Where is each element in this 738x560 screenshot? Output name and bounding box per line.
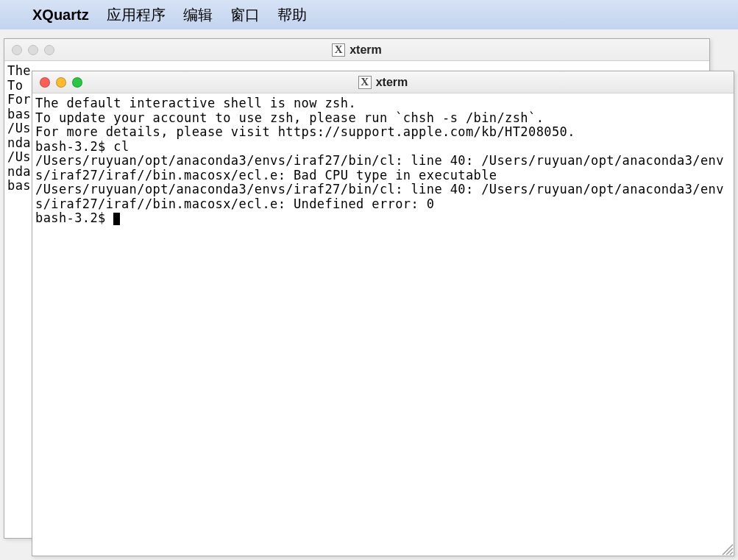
titlebar-back[interactable]: X xterm: [4, 39, 709, 61]
terminal-line: bas: [7, 107, 31, 121]
terminal-line: For: [7, 92, 31, 107]
terminal-line: nda: [7, 135, 31, 150]
terminal-line: For more details, please visit https://s…: [35, 124, 575, 139]
menu-edit[interactable]: 编辑: [183, 5, 213, 25]
menu-window[interactable]: 窗口: [230, 5, 260, 25]
window-title-back: X xterm: [4, 43, 709, 57]
terminal-line: /Us: [7, 149, 31, 164]
window-title-front-text: xterm: [376, 76, 408, 89]
menu-applications[interactable]: 应用程序: [107, 5, 166, 25]
terminal-line: To: [7, 78, 31, 93]
window-title-front: X xterm: [32, 76, 734, 89]
close-button-back[interactable]: [12, 45, 22, 55]
menu-help[interactable]: 帮助: [277, 5, 307, 25]
terminal-line: /Us: [7, 121, 31, 135]
menubar-app-name[interactable]: XQuartz: [32, 7, 89, 24]
terminal-line: /Users/ruyuan/opt/anaconda3/envs/iraf27/…: [35, 153, 724, 182]
minimize-button[interactable]: [56, 77, 66, 88]
terminal-line: nda: [7, 164, 31, 179]
terminal-cursor: [113, 213, 120, 225]
menubar: XQuartz 应用程序 编辑 窗口 帮助: [0, 0, 738, 29]
terminal-line: The default interactive shell is now zsh…: [35, 96, 356, 110]
titlebar-front[interactable]: X xterm: [32, 71, 734, 93]
terminal-line: /Users/ruyuan/opt/anaconda3/envs/iraf27/…: [35, 182, 724, 211]
window-title-back-text: xterm: [350, 43, 382, 57]
terminal-line: The: [7, 63, 31, 78]
maximize-button[interactable]: [72, 77, 82, 88]
terminal-line: bas: [7, 178, 31, 193]
xorg-icon: X: [358, 76, 372, 89]
close-button[interactable]: [40, 77, 50, 88]
xterm-window-front[interactable]: X xterm The default interactive shell is…: [32, 71, 734, 556]
xorg-icon: X: [332, 43, 345, 57]
terminal-line: To update your account to use zsh, pleas…: [35, 110, 544, 125]
resize-handle-icon[interactable]: [719, 541, 734, 556]
minimize-button-back[interactable]: [28, 45, 38, 55]
maximize-button-back[interactable]: [44, 45, 54, 55]
terminal-line: bash-3.2$: [35, 210, 113, 225]
terminal-line: bash-3.2$ cl: [35, 139, 129, 154]
terminal-body-front[interactable]: The default interactive shell is now zsh…: [32, 93, 734, 556]
